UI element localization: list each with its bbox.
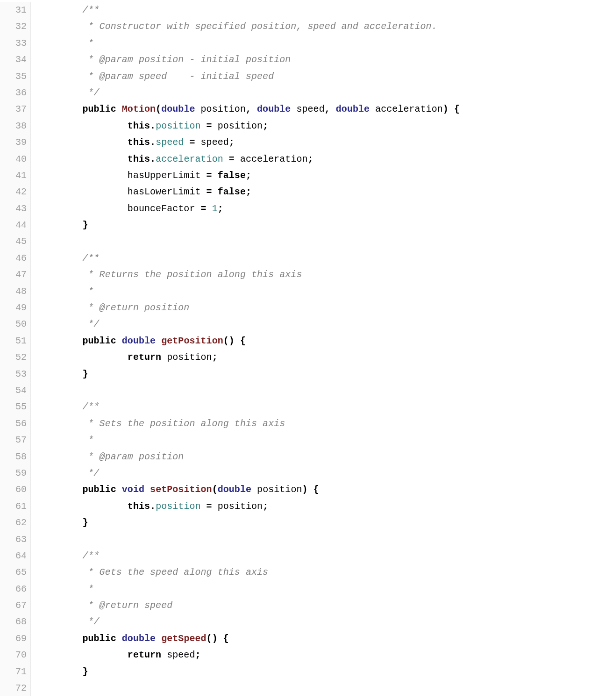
line-number: 70 (0, 647, 27, 663)
line-number: 55 (0, 399, 27, 415)
line-number: 46 (0, 250, 27, 266)
code-line[interactable]: * @return position (37, 300, 460, 316)
code-line[interactable]: return speed; (37, 647, 460, 663)
line-number: 43 (0, 200, 27, 217)
code-line[interactable]: hasLowerLimit = false; (37, 184, 460, 200)
line-number: 61 (0, 498, 27, 514)
code-line[interactable]: public void setPosition(double position)… (37, 481, 460, 498)
code-line[interactable] (37, 382, 460, 399)
code-area[interactable]: /** * Constructor with specified positio… (31, 2, 460, 696)
line-number: 31 (0, 2, 27, 18)
line-number: 52 (0, 349, 27, 365)
line-number: 32 (0, 18, 27, 35)
code-line[interactable]: * @param position (37, 449, 460, 465)
line-number: 39 (0, 134, 27, 150)
code-line[interactable]: public Motion(double position, double sp… (37, 101, 460, 117)
code-line[interactable]: * Constructor with specified position, s… (37, 18, 460, 35)
code-line[interactable]: } (37, 664, 460, 680)
code-line[interactable]: } (37, 366, 460, 382)
line-number: 45 (0, 233, 27, 250)
code-line[interactable]: this.speed = speed; (37, 134, 460, 150)
line-number: 69 (0, 630, 27, 647)
line-number: 34 (0, 51, 27, 68)
line-number: 66 (0, 581, 27, 597)
code-line[interactable]: } (37, 217, 460, 233)
line-number: 59 (0, 465, 27, 481)
code-line[interactable]: /** (37, 399, 460, 415)
line-number: 67 (0, 597, 27, 614)
line-number: 37 (0, 101, 27, 117)
line-number: 64 (0, 548, 27, 564)
code-line[interactable]: * @param position - initial position (37, 51, 460, 68)
code-line[interactable]: this.position = position; (37, 118, 460, 134)
line-number: 54 (0, 382, 27, 399)
code-line[interactable] (37, 680, 460, 696)
line-number: 58 (0, 449, 27, 465)
code-line[interactable]: /** (37, 548, 460, 564)
line-number: 65 (0, 564, 27, 580)
line-number: 51 (0, 333, 27, 349)
line-number: 47 (0, 266, 27, 283)
line-number: 36 (0, 85, 27, 101)
code-line[interactable]: */ (37, 465, 460, 481)
line-number: 63 (0, 531, 27, 548)
line-number: 42 (0, 184, 27, 200)
code-line[interactable]: public double getSpeed() { (37, 630, 460, 647)
code-line[interactable]: */ (37, 316, 460, 332)
line-number: 40 (0, 151, 27, 167)
line-number: 68 (0, 614, 27, 630)
code-line[interactable]: * @return speed (37, 597, 460, 614)
line-number: 60 (0, 481, 27, 498)
code-line[interactable]: */ (37, 85, 460, 101)
code-line[interactable]: */ (37, 614, 460, 630)
code-line[interactable]: * (37, 35, 460, 51)
code-editor[interactable]: 3132333435363738394041424344454647484950… (0, 0, 591, 698)
code-line[interactable]: } (37, 514, 460, 531)
line-number: 71 (0, 664, 27, 680)
code-line[interactable]: public double getPosition() { (37, 333, 460, 349)
code-line[interactable]: /** (37, 2, 460, 18)
code-line[interactable]: * (37, 432, 460, 448)
code-line[interactable]: * @param speed - initial speed (37, 68, 460, 85)
code-line[interactable]: this.position = position; (37, 498, 460, 514)
line-number: 41 (0, 167, 27, 184)
code-line[interactable] (37, 233, 460, 250)
line-number: 53 (0, 366, 27, 382)
line-number: 62 (0, 514, 27, 531)
code-line[interactable]: this.acceleration = acceleration; (37, 151, 460, 167)
code-line[interactable]: * Gets the speed along this axis (37, 564, 460, 580)
line-number: 38 (0, 118, 27, 134)
line-number-gutter: 3132333435363738394041424344454647484950… (0, 2, 31, 696)
line-number: 48 (0, 283, 27, 300)
code-line[interactable]: bounceFactor = 1; (37, 200, 460, 217)
code-line[interactable]: * (37, 283, 460, 300)
code-line[interactable]: return position; (37, 349, 460, 365)
code-line[interactable] (37, 531, 460, 548)
code-line[interactable]: * (37, 581, 460, 597)
line-number: 50 (0, 316, 27, 332)
code-line[interactable]: * Sets the position along this axis (37, 415, 460, 432)
line-number: 35 (0, 68, 27, 85)
code-line[interactable]: /** (37, 250, 460, 266)
line-number: 56 (0, 415, 27, 432)
line-number: 57 (0, 432, 27, 448)
line-number: 49 (0, 300, 27, 316)
line-number: 33 (0, 35, 27, 51)
line-number: 44 (0, 217, 27, 233)
code-line[interactable]: * Returns the position along this axis (37, 266, 460, 283)
line-number: 72 (0, 680, 27, 696)
code-line[interactable]: hasUpperLimit = false; (37, 167, 460, 184)
